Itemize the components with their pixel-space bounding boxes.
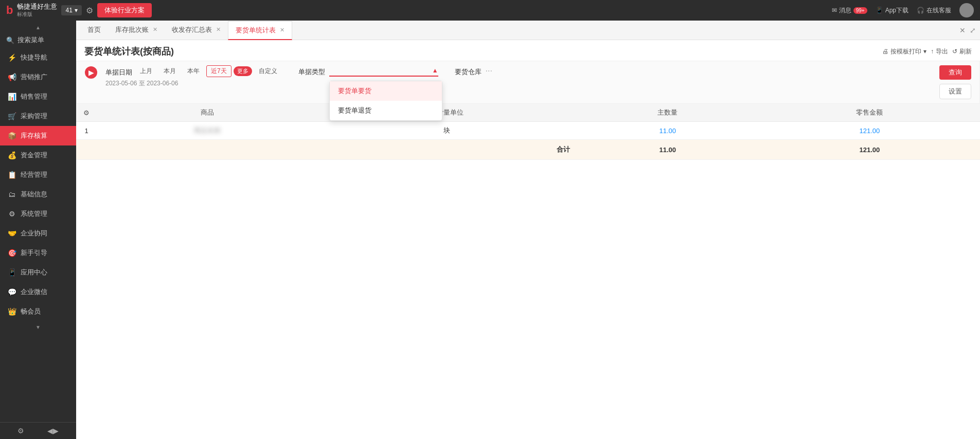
date-buttons: 上月 本月 本年 近7天 更多 自定义 bbox=[135, 65, 282, 77]
avatar[interactable] bbox=[959, 3, 974, 17]
last-7days-btn[interactable]: 近7天 bbox=[206, 65, 231, 77]
dropdown-item-1[interactable]: 要货单要货 bbox=[330, 81, 442, 101]
app-download-item[interactable]: 📱 App下载 bbox=[876, 6, 908, 15]
sidebar-label: 企业协同 bbox=[21, 229, 47, 238]
tab-close-icon[interactable]: ✕ bbox=[153, 26, 157, 33]
query-button[interactable]: 查询 bbox=[939, 65, 971, 80]
type-select-wrapper: ▲ bbox=[329, 66, 438, 77]
dropdown-item-2[interactable]: 要货单退货 bbox=[330, 101, 442, 120]
more-btn[interactable]: 更多 bbox=[234, 66, 252, 76]
custom-btn[interactable]: 自定义 bbox=[254, 65, 282, 77]
sidebar-item-销售管理[interactable]: 📊销售管理 bbox=[0, 87, 76, 106]
brand-logo: b bbox=[6, 4, 13, 17]
sidebar-icon: 🤝 bbox=[7, 229, 16, 238]
sidebar-item-基础信息[interactable]: 🗂基础信息 bbox=[0, 185, 76, 204]
sidebar-item-新手引导[interactable]: 🎯新手引导 bbox=[0, 243, 76, 263]
warehouse-dots[interactable]: ··· bbox=[486, 66, 492, 76]
export-label: 导出 bbox=[936, 47, 948, 56]
date-label: 单据日期 bbox=[105, 68, 132, 77]
settings-button[interactable]: 设置 bbox=[939, 84, 971, 99]
expand-tab-icon[interactable]: ⤢ bbox=[970, 26, 976, 34]
sidebar-item-应用中心[interactable]: 📱应用中心 bbox=[0, 263, 76, 282]
cell-product: 商品名称 bbox=[97, 122, 317, 140]
brand-name: 畅捷通好生意 bbox=[17, 3, 57, 11]
table-wrapper: ⚙ 商品 主计量单位 主数量 零售金额 1 商品名称 块 bbox=[76, 104, 980, 160]
refresh-icon: ↺ bbox=[952, 48, 957, 55]
sidebar-item-快捷导航[interactable]: ⚡快捷导航 bbox=[0, 48, 76, 67]
sidebar-item-经营管理[interactable]: 📋经营管理 bbox=[0, 165, 76, 185]
print-icon: 🖨 bbox=[882, 48, 888, 55]
search-icon: 🔍 bbox=[6, 36, 14, 44]
type-label: 单据类型 bbox=[298, 67, 325, 77]
this-month-btn[interactable]: 本月 bbox=[159, 65, 181, 77]
page-header: 要货单统计表(按商品) 🖨 按模板打印 ▾ ↑ 导出 ↺ bbox=[76, 40, 980, 61]
close-tab-icon[interactable]: ✕ bbox=[959, 26, 966, 34]
page-title: 要货单统计表(按商品) bbox=[84, 45, 174, 58]
sidebar-item-资金管理[interactable]: 💰资金管理 bbox=[0, 145, 76, 165]
tab-bar: 首页库存批次账✕收发存汇总表✕要货单统计表✕ ✕ ⤢ bbox=[76, 21, 980, 40]
sidebar-item-畅会员[interactable]: 👑畅会员 bbox=[0, 302, 76, 321]
message-icon: ✉ bbox=[832, 7, 837, 14]
date-range-text: 2023-05-06 至 2023-06-06 bbox=[105, 79, 282, 88]
tab-label: 要货单统计表 bbox=[236, 26, 276, 35]
online-service-item[interactable]: 🎧 在线客服 bbox=[917, 6, 951, 15]
gear-bottom-icon[interactable]: ⚙ bbox=[17, 427, 24, 435]
last-month-btn[interactable]: 上月 bbox=[135, 65, 157, 77]
sidebar-item-库存核算[interactable]: 📦库存核算 bbox=[0, 126, 76, 145]
table-header-row: ⚙ 商品 主计量单位 主数量 零售金额 bbox=[76, 104, 980, 122]
column-amount: 零售金额 bbox=[759, 104, 980, 122]
header-actions: 🖨 按模板打印 ▾ ↑ 导出 ↺ 刷新 bbox=[882, 47, 972, 56]
table-footer-row: 合计 11.00 121.00 bbox=[76, 140, 980, 160]
sidebar: ▲ 🔍 搜索菜单 ⚡快捷导航📢营销推广📊销售管理🛒采购管理📦库存核算💰资金管理📋… bbox=[0, 21, 76, 439]
phone-icon: 📱 bbox=[876, 7, 883, 14]
this-year-btn[interactable]: 本年 bbox=[183, 65, 204, 77]
data-table: ⚙ 商品 主计量单位 主数量 零售金额 1 商品名称 块 bbox=[76, 104, 980, 160]
tab-首页[interactable]: 首页 bbox=[80, 21, 108, 40]
column-settings[interactable]: ⚙ bbox=[76, 104, 97, 122]
cell-amount: 121.00 bbox=[759, 122, 980, 140]
warehouse-filter-group: 要货仓库 ··· bbox=[455, 65, 492, 77]
tab-要货单统计表[interactable]: 要货单统计表✕ bbox=[228, 21, 292, 40]
collapse-icon[interactable]: ◀▶ bbox=[47, 427, 59, 435]
print-button[interactable]: 🖨 按模板打印 ▾ bbox=[882, 47, 926, 56]
sidebar-label: 应用中心 bbox=[21, 268, 47, 277]
sidebar-icon: ⚡ bbox=[7, 53, 16, 62]
settings-icon[interactable]: ⚙ bbox=[86, 6, 93, 15]
tab-收发存汇总表[interactable]: 收发存汇总表✕ bbox=[165, 21, 228, 40]
company-selector[interactable]: 41 ▾ bbox=[61, 5, 81, 15]
sidebar-item-营销推广[interactable]: 📢营销推广 bbox=[0, 67, 76, 87]
trial-button[interactable]: 体验行业方案 bbox=[97, 3, 152, 17]
tab-库存批次账[interactable]: 库存批次账✕ bbox=[108, 21, 165, 40]
sidebar-search[interactable]: 🔍 搜索菜单 bbox=[0, 32, 76, 48]
sidebar-item-采购管理[interactable]: 🛒采购管理 bbox=[0, 106, 76, 126]
tab-end-buttons: ✕ ⤢ bbox=[959, 26, 976, 34]
date-filter-group: 单据日期 上月 本月 本年 近7天 更多 自定义 2023-05-06 至 20… bbox=[105, 65, 282, 88]
tab-label: 收发存汇总表 bbox=[172, 25, 212, 34]
sidebar-label: 采购管理 bbox=[21, 112, 47, 121]
export-icon: ↑ bbox=[931, 48, 934, 55]
sidebar-icon: 👑 bbox=[7, 307, 16, 316]
type-dropdown-arrow[interactable]: ▲ bbox=[432, 67, 438, 74]
sidebar-item-系统管理[interactable]: ⚙系统管理 bbox=[0, 204, 76, 224]
main-layout: ▲ 🔍 搜索菜单 ⚡快捷导航📢营销推广📊销售管理🛒采购管理📦库存核算💰资金管理📋… bbox=[0, 21, 980, 439]
sidebar-nav: ⚡快捷导航📢营销推广📊销售管理🛒采购管理📦库存核算💰资金管理📋经营管理🗂基础信息… bbox=[0, 48, 76, 321]
sidebar-item-企业协同[interactable]: 🤝企业协同 bbox=[0, 224, 76, 243]
company-value: 41 bbox=[65, 7, 72, 14]
scroll-down-arrow[interactable]: ▼ bbox=[0, 323, 76, 331]
scroll-up-arrow[interactable]: ▲ bbox=[0, 24, 76, 31]
sidebar-icon: 📦 bbox=[7, 131, 16, 140]
type-input[interactable] bbox=[329, 66, 432, 76]
export-button[interactable]: ↑ 导出 bbox=[931, 47, 948, 56]
cell-index: 1 bbox=[76, 122, 97, 140]
tab-close-icon[interactable]: ✕ bbox=[280, 27, 284, 33]
sidebar-icon: 🛒 bbox=[7, 112, 16, 121]
message-item[interactable]: ✉ 消息 99+ bbox=[832, 6, 867, 15]
sidebar-label: 营销推广 bbox=[21, 72, 47, 82]
sidebar-item-企业微信[interactable]: 💬企业微信 bbox=[0, 282, 76, 302]
sidebar-icon: 🎯 bbox=[7, 248, 16, 258]
table-row: 1 商品名称 块 11.00 121.00 bbox=[76, 122, 980, 140]
filter-expand-button[interactable]: ▶ bbox=[85, 66, 97, 79]
sidebar-icon: ⚙ bbox=[7, 209, 16, 218]
tab-close-icon[interactable]: ✕ bbox=[216, 26, 221, 33]
refresh-button[interactable]: ↺ 刷新 bbox=[952, 47, 972, 56]
